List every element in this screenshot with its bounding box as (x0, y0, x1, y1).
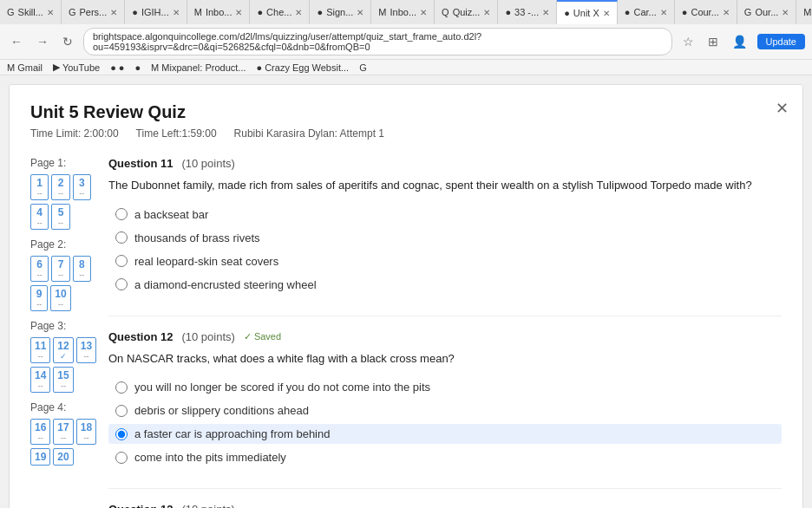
page-nav-17[interactable]: 17-- (53, 419, 73, 445)
question-12-points: (10 points) (181, 330, 234, 343)
tab-close[interactable]: ✕ (47, 8, 54, 17)
tab-close[interactable]: ✕ (295, 8, 302, 17)
page-nav-19[interactable]: 19 (30, 448, 50, 466)
page-nav-3[interactable]: 3-- (73, 174, 91, 200)
tab-inbox3[interactable]: M Inbo... ✕ (796, 0, 812, 24)
question-12-option-c[interactable]: a faster car is approaching from behind (108, 424, 782, 444)
question-13-block: Question 13 (10 points) The Volkswagen B… (108, 503, 782, 508)
bookmark-youtube[interactable]: ▶ YouTube (53, 62, 100, 73)
page-nav-8[interactable]: 8-- (73, 256, 91, 282)
page-nav-13[interactable]: 13-- (76, 337, 96, 363)
tab-close[interactable]: ✕ (357, 8, 363, 17)
dot-icon: ● (110, 62, 116, 73)
tab-icon: ● (505, 7, 511, 17)
question-11-option-d[interactable]: a diamond-encrusted steering wheel (108, 275, 782, 295)
question-11-option-c-text: real leopard-skin seat covers (134, 255, 278, 268)
tab-unit-active[interactable]: ● Unit X ✕ (557, 0, 618, 24)
tab-close[interactable]: ✕ (173, 8, 180, 17)
tab-inbox2[interactable]: M Inbo... ✕ (371, 0, 435, 24)
page-nav-4[interactable]: 4-- (30, 204, 49, 230)
tab-che[interactable]: ● Che... ✕ (250, 0, 310, 24)
back-button[interactable]: ← (7, 33, 26, 50)
page-1-grid-row2: 4-- 5-- (30, 204, 91, 230)
address-bar[interactable]: brightspace.algonquincollege.com/d2l/lms… (83, 28, 672, 55)
tab-close[interactable]: ✕ (782, 8, 789, 17)
page-nav-20[interactable]: 20 (53, 448, 73, 466)
reload-button[interactable]: ↻ (59, 33, 76, 50)
question-11-radio-a[interactable] (115, 208, 128, 220)
question-12-option-b[interactable]: debris or slippery conditions ahead (108, 401, 782, 420)
question-12-text: On NASCAR tracks, what does a white flag… (108, 350, 782, 368)
tab-icon: G (69, 7, 76, 17)
bookmarks-bar: M Gmail ▶ YouTube ● ● ● M Mixpanel: Prod… (0, 60, 812, 75)
tab-icon: ● (625, 7, 631, 17)
question-11-radio-d[interactable] (115, 278, 128, 290)
page-nav-9[interactable]: 9-- (30, 285, 48, 311)
question-12-radio-b[interactable] (115, 405, 128, 417)
question-12-radio-c[interactable] (115, 428, 128, 440)
question-11-option-a[interactable]: a backseat bar (108, 205, 782, 225)
page-4-grid: 16-- 17-- 18-- (30, 419, 91, 445)
page-nav-12[interactable]: 12✓ (53, 337, 73, 363)
tab-sign[interactable]: ● Sign... ✕ (310, 0, 371, 24)
bookmark-gmail[interactable]: M Gmail (7, 62, 43, 73)
question-12-option-d[interactable]: come into the pits immediately (108, 447, 782, 467)
page-nav-14[interactable]: 14-- (30, 367, 50, 393)
update-button[interactable]: Update (757, 34, 805, 49)
tab-close[interactable]: ✕ (483, 8, 490, 17)
tab-icon: ● (682, 7, 688, 17)
question-11-radio-b[interactable] (115, 231, 128, 244)
quiz-close-button[interactable]: ✕ (776, 99, 789, 118)
extensions-button[interactable]: ⊞ (704, 33, 722, 50)
tab-skill[interactable]: G Skill... ✕ (0, 0, 62, 24)
tab-close[interactable]: ✕ (420, 8, 427, 17)
question-11-text: The Dubonnet family, made rich from sale… (108, 177, 782, 194)
tab-quiz[interactable]: Q Quiz... ✕ (435, 0, 498, 24)
question-12-radio-a[interactable] (115, 381, 128, 394)
question-12-number: Question 12 (108, 330, 173, 343)
quiz-meta: Time Limit: 2:00:00 Time Left:1:59:00 Ru… (30, 127, 782, 140)
page-nav-1[interactable]: 1-- (30, 174, 49, 200)
question-12-option-a[interactable]: you will no longer be scored if you do n… (108, 377, 782, 397)
tab-pers[interactable]: G Pers... ✕ (62, 0, 125, 24)
question-11-option-c[interactable]: real leopard-skin seat covers (108, 251, 782, 271)
question-11-radio-c[interactable] (115, 255, 128, 267)
question-12-radio-d[interactable] (115, 452, 128, 464)
tab-close[interactable]: ✕ (110, 8, 117, 17)
page-nav-10[interactable]: 10-- (50, 285, 70, 311)
attempt-info: Rubibi Karasira Dylan: Attempt 1 (234, 127, 384, 140)
page-nav-7[interactable]: 7-- (51, 256, 69, 282)
tab-car[interactable]: ● Car... ✕ (618, 0, 675, 24)
page-nav-15[interactable]: 15-- (53, 367, 73, 393)
tab-close[interactable]: ✕ (723, 8, 730, 17)
question-11-option-b[interactable]: thousands of brass rivets (108, 228, 782, 248)
bookmark-star[interactable]: ☆ (679, 33, 697, 50)
tab-close[interactable]: ✕ (235, 8, 242, 17)
quiz-title: Unit 5 Review Quiz (30, 102, 782, 122)
page-2-grid-row2: 9-- 10-- (30, 285, 91, 311)
tab-cour[interactable]: ● Cour... ✕ (675, 0, 737, 24)
question-12-option-a-text: you will no longer be scored if you do n… (134, 381, 430, 394)
page-nav-6[interactable]: 6-- (30, 256, 49, 282)
tab-igih[interactable]: ● IGIH... ✕ (125, 0, 187, 24)
bookmark-g[interactable]: G (359, 62, 367, 73)
page-nav-5[interactable]: 5-- (51, 204, 69, 230)
bookmark-crazyegg[interactable]: ● Crazy Egg Websit... (257, 62, 350, 73)
page-nav-16[interactable]: 16-- (30, 419, 50, 445)
tab-close[interactable]: ✕ (660, 8, 667, 17)
question-11-number: Question 11 (108, 157, 173, 170)
page-nav-18[interactable]: 18-- (76, 419, 96, 445)
profile-button[interactable]: 👤 (729, 33, 750, 50)
bookmark-dot1[interactable]: ● ● (110, 62, 124, 73)
bookmark-dot2[interactable]: ● (134, 62, 141, 73)
bookmark-mixpanel[interactable]: M Mixpanel: Product... (151, 62, 246, 73)
page-nav-2[interactable]: 2-- (51, 174, 69, 200)
tab-our[interactable]: G Our... ✕ (737, 0, 796, 24)
tab-33[interactable]: ● 33 -... ✕ (498, 0, 557, 24)
tab-inbox1[interactable]: M Inbo... ✕ (187, 0, 251, 24)
question-11-options: a backseat bar thousands of brass rivets… (108, 205, 782, 295)
page-nav-11[interactable]: 11-- (30, 337, 50, 363)
forward-button[interactable]: → (33, 33, 52, 50)
tab-close[interactable]: ✕ (542, 8, 549, 17)
tab-close[interactable]: ✕ (603, 9, 610, 18)
